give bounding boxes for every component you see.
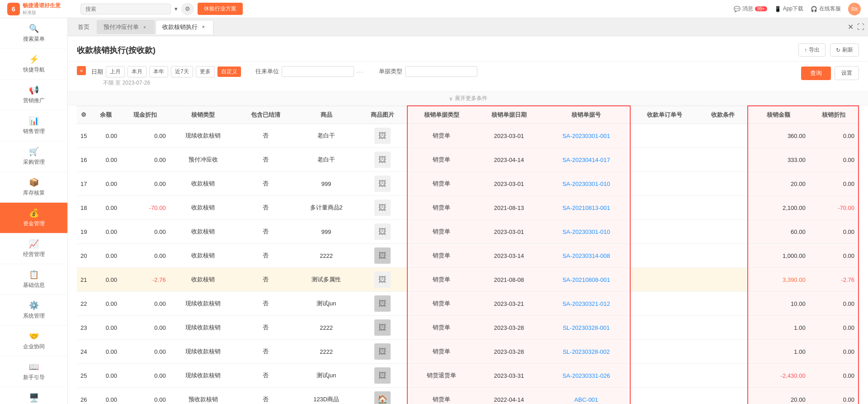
sidebar-item-purchase[interactable]: 🛒 采购管理	[0, 141, 67, 172]
sales-icon: 📊	[29, 116, 39, 126]
bill-type-label: 单据类型	[379, 67, 402, 76]
bill-type-select[interactable]	[405, 66, 477, 77]
col-type: 核销类型	[170, 106, 237, 124]
expand-more-btn[interactable]: ∨ 展开更多条件	[449, 95, 487, 102]
product-image-cell: 🖼	[358, 292, 407, 316]
product-image-cell: 🖼	[358, 340, 407, 364]
page-title: 收款核销执行(按收款)	[77, 45, 156, 56]
chevron-down-icon: ∨	[449, 95, 453, 102]
dropdown-button[interactable]: ▾	[175, 5, 178, 12]
sidebar-item-marketing[interactable]: 📢 营销推广	[0, 80, 67, 110]
query-button[interactable]: 查询	[801, 67, 831, 80]
tab-receipts-close[interactable]: ×	[200, 24, 207, 30]
table-container: ⚙ 余额 现金折扣 核销类型 包含已结清 商品 商品图片 核销单据类型 核销单据…	[68, 105, 868, 404]
sidebar-item-guide[interactable]: 📖 新手引导	[0, 356, 67, 387]
sidebar-item-quicknav[interactable]: ⚡ 快捷导航	[0, 49, 67, 80]
settings-button[interactable]: ⚙	[181, 3, 194, 15]
partner-section: 往来单位 ···	[255, 66, 364, 77]
table-row: 170.000.00收款核销否999🖼销货单2023-03-01SA-20230…	[77, 172, 859, 196]
sidebar-item-system[interactable]: ⚙️ 系统管理	[0, 295, 67, 326]
message-icon: 💬	[734, 6, 741, 12]
hardware-icon: 🖥️	[29, 393, 39, 403]
logo-subtitle: 标准版	[23, 10, 61, 16]
search-input[interactable]	[80, 4, 171, 14]
app-download-item[interactable]: 📱 App下载	[774, 5, 803, 13]
expand-filter-btn[interactable]: »	[77, 66, 86, 75]
sidebar-item-hardware[interactable]: 🖥️ 智能硬件	[0, 387, 67, 404]
product-image-cell: 🖼	[358, 364, 407, 388]
search-icon: 🔍	[29, 24, 39, 33]
page-content: 收款核销执行(按收款) ↑ 导出 ↻ 刷新 » 日期 上月 本月	[68, 36, 868, 404]
table-row: 240.000.00现续收款核销否2222🖼销货单2023-03-28SL-20…	[77, 340, 859, 364]
logo-icon: 6	[7, 3, 20, 15]
refresh-button[interactable]: ↻ 刷新	[830, 43, 859, 57]
col-settings[interactable]: ⚙	[77, 106, 90, 124]
marketing-icon: 📢	[29, 85, 39, 95]
online-service-item[interactable]: 🎧 在线客服	[811, 5, 841, 13]
col-product-img: 商品图片	[358, 106, 407, 124]
page-header-actions: ↑ 导出 ↻ 刷新	[798, 43, 859, 57]
tab-home[interactable]: 首页	[71, 20, 96, 34]
tab-bar-actions: ✕ ⛶	[848, 23, 864, 31]
date-custom-btn[interactable]: 自定义	[217, 67, 241, 77]
product-image-cell: 🖼	[358, 316, 407, 340]
operations-icon: 📈	[29, 239, 39, 249]
col-receipt-condition: 收款条件	[698, 106, 748, 124]
main-layout: 🔍 搜索菜单 ⚡ 快捷导航 📢 营销推广 📊 销售管理 🛒 采购管理 📦 库存核…	[0, 18, 868, 404]
date-more-btn[interactable]: 更多	[196, 66, 215, 77]
tab-prepay-close[interactable]: ×	[142, 24, 148, 30]
col-cash-discount: 现金折扣	[121, 106, 170, 124]
action-buttons: 查询 设置	[801, 66, 859, 80]
tab-prepay[interactable]: 预付冲应付单 ×	[97, 20, 155, 34]
table-row: 220.000.00现续收款核销否测试jun🖼销货单2023-03-21SA-2…	[77, 292, 859, 316]
table-row: 190.000.00收款核销否999🖼销货单2023-03-01SA-20230…	[77, 220, 859, 244]
date-label: 日期	[91, 68, 103, 76]
export-button[interactable]: ↑ 导出	[798, 43, 826, 57]
message-item[interactable]: 💬 消息 99+	[734, 5, 767, 13]
logo: 6 畅捷通谱好生意 标准版	[7, 2, 75, 16]
col-bill-no: 核销单据号	[542, 106, 630, 124]
product-image-cell: 🖼	[358, 172, 407, 196]
data-table: ⚙ 余额 现金折扣 核销类型 包含已结清 商品 商品图片 核销单据类型 核销单据…	[77, 105, 859, 404]
date-last-month-btn[interactable]: 上月	[106, 66, 125, 77]
sidebar-item-search[interactable]: 🔍 搜索菜单	[0, 18, 67, 49]
date-this-year-btn[interactable]: 本年	[149, 66, 168, 77]
sidebar-item-basics[interactable]: 📋 基础信息	[0, 264, 67, 295]
date-this-month-btn[interactable]: 本月	[127, 66, 146, 77]
sidebar: 🔍 搜索菜单 ⚡ 快捷导航 📢 营销推广 📊 销售管理 🛒 采购管理 📦 库存核…	[0, 18, 68, 404]
main-content: 首页 预付冲应付单 × 收款核销执行 × ✕ ⛶ 收款核销执行(按收款) ↑	[68, 18, 868, 404]
tab-bar: 首页 预付冲应付单 × 收款核销执行 × ✕ ⛶	[68, 18, 868, 36]
quick-nav-icon: ⚡	[29, 54, 39, 64]
purchase-icon: 🛒	[29, 147, 39, 157]
table-row: 180.00-70.00收款核销否多计量商品2🖼销货单2021-08-13SA-…	[77, 196, 859, 220]
product-image-cell: 🖼	[358, 220, 407, 244]
tab-receipts[interactable]: 收款核销执行 ×	[156, 20, 213, 34]
sidebar-item-inventory[interactable]: 📦 库存核算	[0, 172, 67, 203]
partner-more-icon[interactable]: ···	[357, 68, 364, 75]
col-receipt-order: 收款单订单号	[630, 106, 698, 124]
sidebar-item-operations[interactable]: 📈 经营管理	[0, 233, 67, 264]
basics-icon: 📋	[29, 270, 39, 280]
inventory-icon: 📦	[29, 177, 39, 187]
product-image-cell: 🏠	[358, 388, 407, 404]
top-bar-right: 💬 消息 99+ 📱 App下载 🎧 在线客服 Rit	[734, 3, 861, 15]
sidebar-item-finance[interactable]: 💰 资金管理	[0, 203, 67, 233]
partner-input[interactable]	[282, 66, 354, 77]
settings-filter-button[interactable]: 设置	[835, 66, 859, 80]
user-avatar[interactable]: Rit	[848, 3, 861, 15]
top-bar-center: ▾ ⚙ 休验行业方案	[80, 3, 728, 15]
sidebar-item-collab[interactable]: 🤝 企业协同	[0, 326, 67, 356]
date-7days-btn[interactable]: 近7天	[171, 66, 193, 77]
expand-window-btn[interactable]: ⛶	[857, 23, 864, 31]
date-buttons: 日期 上月 本月 本年 近7天 更多 自定义	[91, 66, 241, 77]
industry-button[interactable]: 休验行业方案	[198, 3, 243, 15]
sidebar-item-sales[interactable]: 📊 销售管理	[0, 110, 67, 141]
close-window-btn[interactable]: ✕	[848, 23, 854, 31]
product-image-cell: 🖼	[358, 124, 407, 148]
product-image-cell: 🖼	[358, 244, 407, 268]
table-row: 260.000.00预收款核销否123D商品🏠销货单2022-04-14ABC-…	[77, 388, 859, 404]
table-row: 160.000.00预付冲应收否老白干🖼销货单2023-04-14SA-2023…	[77, 148, 859, 172]
product-image-cell: 🖼	[358, 148, 407, 172]
guide-icon: 📖	[29, 362, 39, 372]
page-header: 收款核销执行(按收款) ↑ 导出 ↻ 刷新	[68, 36, 868, 62]
